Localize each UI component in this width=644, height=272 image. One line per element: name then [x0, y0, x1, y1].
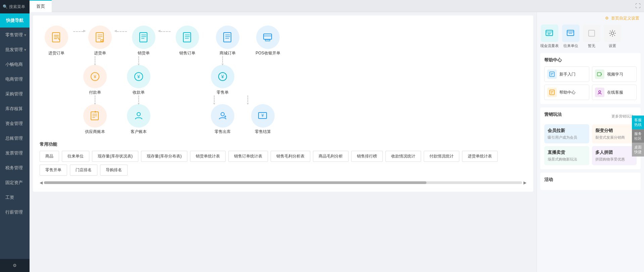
svg-rect-47 — [589, 30, 595, 36]
float-btn-service-community[interactable]: 服务社区 — [632, 129, 644, 143]
purchase-bill-icon[interactable] — [88, 26, 112, 49]
svg-rect-54 — [550, 90, 554, 95]
sidebar-item-ecom-label: 电商管理 — [5, 76, 23, 82]
pos-label: POS收银开单 — [256, 50, 280, 56]
func-btn-sales-order-stat[interactable]: 销售订单统计表 — [228, 151, 268, 162]
func-btn-retail-open[interactable]: 零售开单 — [40, 165, 67, 176]
top-tabs: 首页 ⛶ — [30, 0, 644, 12]
sidebar-item-more[interactable]: 行薪管理 — [0, 205, 30, 220]
svg-rect-4 — [96, 33, 103, 42]
retail-outbound-icon[interactable] — [211, 104, 234, 128]
float-btn-customer-service[interactable]: 客服热线 — [632, 116, 644, 129]
flow-node-supplier-account: 供应商账本 — [78, 104, 112, 135]
svg-rect-44 — [567, 30, 574, 36]
scroll-left-btn[interactable]: ◀ — [40, 180, 43, 185]
group-desc: 拼团购物享受优惠 — [595, 157, 634, 162]
marketing-item-member[interactable]: 会员拉新 吸引用户成为会员 — [544, 124, 589, 143]
fullscreen-button[interactable]: ⛶ — [635, 3, 641, 9]
sidebar-item-assets-label: 固定资产 — [5, 180, 23, 186]
scroll-right-btn[interactable]: ▶ — [523, 180, 526, 185]
help-item-support[interactable]: 在线客服 — [592, 85, 637, 100]
search-menu[interactable]: 🔍 搜索菜单 — [0, 0, 30, 13]
quicknav-item[interactable]: 快捷导航 — [0, 13, 30, 28]
marketing-title: 营销玩法 — [544, 111, 562, 118]
flow-row-1: 进货订单 进货单 — [40, 26, 526, 56]
sidebar-settings[interactable]: ⚙ — [0, 259, 30, 272]
purchase-bill-label: 进货单 — [94, 50, 106, 56]
func-btn-sales-profit[interactable]: 销售毛利分析表 — [271, 151, 310, 162]
tab-home[interactable]: 首页 — [30, 0, 52, 12]
help-item-help[interactable]: 帮助中心 — [544, 85, 589, 100]
marketing-item-group[interactable]: 多人拼团 拼团购物享受优惠 — [592, 146, 637, 165]
arrow-3 — [160, 31, 171, 41]
func-btn-stock2[interactable]: 现存量(库存分布表) — [141, 151, 187, 162]
sidebar-item-assets[interactable]: 固定资产 — [0, 175, 30, 190]
svg-point-34 — [221, 112, 224, 116]
func-btn-guide-rank[interactable]: 导购排名 — [100, 165, 128, 176]
sidebar-item-ledger-label: 总账管理 — [5, 135, 23, 141]
flow-card: 进货订单 进货单 — [33, 15, 533, 192]
marketing-item-fission[interactable]: 裂变分销 裂变式发展分销商 — [592, 124, 637, 143]
quick-icon-none[interactable]: 暂无 — [583, 25, 600, 48]
retail-bill-icon[interactable]: ¥ — [211, 65, 234, 88]
pos-icon[interactable] — [256, 26, 280, 49]
sidebar-item-wholesale[interactable]: 批发管理 ▼ — [0, 42, 30, 57]
customer-account-label: 客户账本 — [131, 129, 147, 135]
sidebar-item-invoice[interactable]: 发票管理 — [0, 146, 30, 161]
sidebar-item-inventory[interactable]: 库存核算 — [0, 101, 30, 116]
sidebar-item-retail[interactable]: 零售管理 ▼ — [0, 28, 30, 42]
tab-home-label: 首页 — [36, 3, 45, 9]
sidebar-item-tax[interactable]: 税务管理 — [0, 161, 30, 175]
sales-bill-icon[interactable] — [132, 26, 155, 49]
customer-account-icon[interactable] — [127, 104, 150, 128]
tab-right-area: ⛶ — [635, 3, 644, 9]
retail-settlement-icon[interactable]: ¥ — [251, 104, 275, 128]
sales-order-icon[interactable] — [176, 26, 199, 49]
marketing-card: 营销玩法 更多营销玩法 > 会员拉新 吸引用户成为会员 裂变分销 裂变式发展分销… — [540, 107, 641, 169]
activity-title: 活动 — [544, 177, 637, 183]
func-btn-receipt-stat[interactable]: 收款情况统计 — [385, 151, 421, 162]
sidebar-item-tax-label: 税务管理 — [5, 165, 23, 171]
func-btn-sales-rank[interactable]: 销售排行榜 — [351, 151, 383, 162]
payment-icon[interactable]: ¥ — [83, 65, 107, 88]
flow-node-retail-bill: ¥ 零售单 — [206, 65, 239, 95]
scroll-track[interactable] — [44, 181, 522, 184]
chevron-icon: ▼ — [24, 33, 27, 37]
quick-icon-partners[interactable]: 往来单位 — [562, 25, 580, 48]
sidebar-item-finance[interactable]: 资金管理 — [0, 116, 30, 131]
video-icon — [595, 70, 604, 79]
func-btn-partners[interactable]: 往来单位 — [62, 151, 89, 162]
float-btn-desktop-shortcut[interactable]: 桌面快捷 — [632, 143, 644, 156]
func-btn-payment-stat[interactable]: 付款情况统计 — [424, 151, 459, 162]
marketing-item-live[interactable]: 直播卖货 场景式购物新玩法 — [544, 146, 589, 165]
sidebar-item-purchase[interactable]: 采购管理 — [0, 87, 30, 101]
quick-icon-cashflow[interactable]: 现金流量表 — [540, 25, 559, 48]
settings-icon: ⚙ — [13, 263, 17, 268]
func-btn-product-profit[interactable]: 商品毛利分析 — [313, 151, 349, 162]
help-center-title: 帮助中心 — [544, 57, 637, 63]
sidebar-item-ecom[interactable]: 电商管理 — [0, 72, 30, 87]
func-btn-product[interactable]: 商品 — [40, 151, 59, 162]
flow-diagram: 进货订单 进货单 — [40, 22, 526, 138]
flow-row-3: 供应商账本 客户账本 — [40, 104, 526, 135]
retail-outbound-label: 零售出库 — [215, 129, 231, 135]
home-settings-link[interactable]: ⚙ 首页自定义设置 — [540, 15, 641, 21]
receipt-icon[interactable]: ¥ — [127, 65, 150, 88]
func-btn-sales-stat[interactable]: 销货单统计表 — [190, 151, 226, 162]
func-btn-stock1[interactable]: 现存量(库存状况表) — [92, 151, 138, 162]
supplier-account-icon[interactable] — [83, 104, 107, 128]
help-item-beginner[interactable]: 新手入门 — [544, 66, 589, 82]
sidebar-item-salary[interactable]: 工资 — [0, 190, 30, 205]
help-item-video[interactable]: 视频学习 — [592, 66, 637, 82]
cashflow-icon-box — [541, 25, 558, 42]
sidebar-item-xiaochang[interactable]: 小畅电商 — [0, 57, 30, 72]
purchase-order-icon[interactable] — [45, 26, 68, 49]
svg-text:¥: ¥ — [261, 113, 264, 118]
sidebar-item-ledger[interactable]: 总账管理 — [0, 131, 30, 146]
quick-icon-settings[interactable]: 设置 — [604, 25, 621, 48]
none-label: 暂无 — [588, 43, 595, 48]
mall-order-icon[interactable] — [216, 26, 239, 49]
func-btn-purchase-stat[interactable]: 进货单统计表 — [462, 151, 498, 162]
func-btn-store-rank[interactable]: 门店排名 — [70, 165, 97, 176]
common-functions: 常用功能 商品 往来单位 现存量(库存状况表) 现存量(库存分布表) 销货单统计… — [40, 141, 526, 176]
